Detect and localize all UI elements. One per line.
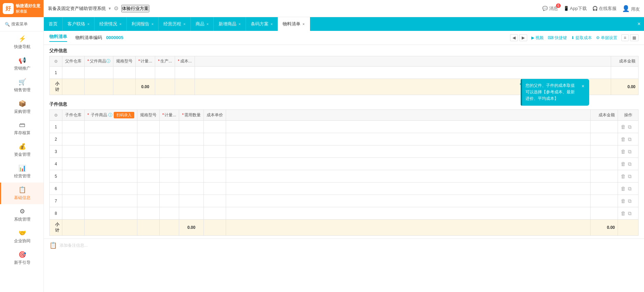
child-row-unit-price-2[interactable] — [204, 133, 226, 145]
sidebar-item-newbie[interactable]: 🎯 新手引导 — [0, 247, 44, 269]
child-row-warehouse-4[interactable] — [62, 158, 85, 170]
child-row-qty-7[interactable] — [179, 195, 204, 207]
tab-profit-report[interactable]: 利润报告 × — [127, 17, 159, 31]
child-row-warehouse-1[interactable] — [62, 121, 85, 133]
view-grid-button[interactable]: ▦ — [630, 34, 639, 41]
delete-icon-7[interactable]: 🗑 — [621, 198, 626, 204]
settings-icon[interactable]: ⚙ — [114, 5, 119, 12]
child-row-warehouse-8[interactable] — [62, 207, 85, 220]
search-menu-button[interactable]: 🔍 搜索菜单 — [3, 20, 41, 28]
child-row-spec-7[interactable] — [137, 195, 159, 207]
child-row-unit-2[interactable] — [159, 133, 179, 145]
single-settings-action[interactable]: ⚙ 单据设置 — [596, 35, 617, 41]
child-row-unit-6[interactable] — [159, 183, 179, 195]
child-row-unit-price-4[interactable] — [204, 158, 226, 170]
child-row-product-2[interactable] — [85, 133, 137, 145]
child-row-unit-price-5[interactable] — [204, 170, 226, 183]
sidebar-item-system[interactable]: ⚙ 系统管理 — [0, 204, 44, 226]
close-all-tabs-button[interactable]: × — [634, 21, 644, 27]
tab-new-goods[interactable]: 新增商品 × — [214, 17, 246, 31]
child-row-qty-5[interactable] — [179, 170, 204, 183]
child-row-unit-8[interactable] — [159, 207, 179, 220]
copy-icon-4[interactable]: ⧉ — [628, 161, 632, 167]
child-row-warehouse-3[interactable] — [62, 145, 85, 158]
tab-goods[interactable]: 商品 × — [191, 17, 214, 31]
delete-icon-2[interactable]: 🗑 — [621, 136, 626, 142]
copy-icon-2[interactable]: ⧉ — [628, 136, 632, 142]
view-list-button[interactable]: ≡ — [621, 34, 629, 41]
delete-icon-4[interactable]: 🗑 — [621, 161, 626, 167]
parent-row-unit[interactable] — [135, 67, 155, 79]
parent-row-produce[interactable] — [155, 67, 175, 79]
user-area[interactable]: 👤 用友 — [622, 5, 640, 12]
child-row-qty-1[interactable] — [179, 121, 204, 133]
child-row-spec-6[interactable] — [137, 183, 159, 195]
copy-icon-3[interactable]: ⧉ — [628, 149, 632, 155]
delete-icon-8[interactable]: 🗑 — [621, 210, 626, 216]
tab-customer[interactable]: 客户联络 × — [63, 17, 95, 31]
app-download-area[interactable]: 📱 App下载 — [564, 5, 587, 12]
child-row-warehouse-2[interactable] — [62, 133, 85, 145]
tab-home[interactable]: 首页 — [44, 17, 63, 31]
tab-close-bom[interactable]: × — [302, 22, 305, 26]
tab-close-profit[interactable]: × — [151, 22, 153, 26]
sidebar-item-basic-info[interactable]: 📋 基础信息 — [0, 183, 44, 204]
child-row-spec-8[interactable] — [137, 207, 159, 220]
child-row-unit-price-8[interactable] — [204, 207, 226, 220]
child-col-settings[interactable]: ⚙ — [50, 110, 62, 121]
parent-row-cost[interactable] — [175, 67, 195, 79]
extract-cost-action[interactable]: ⬇ 提取成本 — [571, 35, 592, 41]
sidebar-item-operations[interactable]: 📊 经营管理 — [0, 161, 44, 183]
child-row-product-3[interactable] — [85, 145, 137, 158]
scan-input-button[interactable]: 扫码录入 — [114, 112, 134, 118]
tab-close-goods[interactable]: × — [207, 22, 209, 26]
child-row-unit-price-7[interactable] — [204, 195, 226, 207]
delete-icon-5[interactable]: 🗑 — [621, 173, 626, 179]
tab-close-customer[interactable]: × — [87, 22, 89, 26]
tab-ops-history[interactable]: 经营历程 × — [159, 17, 190, 31]
child-row-product-8[interactable] — [85, 207, 137, 220]
nav-next-button[interactable]: ▶ — [519, 34, 527, 41]
delete-icon-6[interactable]: 🗑 — [621, 186, 626, 191]
view-action[interactable]: ▶ 视频 — [531, 35, 544, 41]
copy-icon-7[interactable]: ⧉ — [628, 198, 632, 204]
sidebar-item-marketing[interactable]: 📢 营销推广 — [0, 53, 44, 75]
child-row-spec-5[interactable] — [137, 170, 159, 183]
child-row-qty-6[interactable] — [179, 183, 204, 195]
shortcut-action[interactable]: ⌨ 快捷键 — [548, 35, 567, 41]
child-row-qty-4[interactable] — [179, 158, 204, 170]
copy-icon-6[interactable]: ⧉ — [628, 186, 632, 192]
sidebar-item-quick-nav[interactable]: ⚡ 快捷导航 — [0, 32, 44, 53]
nav-prev-button[interactable]: ◀ — [510, 34, 518, 41]
tab-operations-status[interactable]: 经营情况 × — [95, 17, 126, 31]
child-row-unit-price-1[interactable] — [204, 121, 226, 133]
child-row-spec-4[interactable] — [137, 158, 159, 170]
child-row-warehouse-7[interactable] — [62, 195, 85, 207]
parent-row-product[interactable] — [85, 67, 113, 79]
child-row-spec-1[interactable] — [137, 121, 159, 133]
sub-tab-bom[interactable]: 物料清单 — [49, 34, 67, 42]
experience-button[interactable]: 体验行业方案 — [121, 5, 149, 12]
copy-icon-8[interactable]: ⧉ — [628, 210, 632, 217]
copy-icon-5[interactable]: ⧉ — [628, 173, 632, 179]
child-row-unit-4[interactable] — [159, 158, 179, 170]
child-row-product-6[interactable] — [85, 183, 137, 195]
tab-close-new-goods[interactable]: × — [238, 22, 240, 26]
child-row-unit-price-6[interactable] — [204, 183, 226, 195]
sidebar-item-sales[interactable]: 🛒 销售管理 — [0, 75, 44, 96]
note-text[interactable]: 添加备注信息... — [60, 243, 88, 248]
copy-icon-1[interactable]: ⧉ — [628, 124, 632, 130]
child-row-spec-2[interactable] — [137, 133, 159, 145]
tab-close-history[interactable]: × — [183, 22, 185, 26]
child-row-spec-3[interactable] — [137, 145, 159, 158]
online-service-area[interactable]: 🎧 在线客服 — [592, 5, 617, 12]
child-row-unit-7[interactable] — [159, 195, 179, 207]
child-row-qty-2[interactable] — [179, 133, 204, 145]
delete-icon-3[interactable]: 🗑 — [621, 149, 626, 154]
child-row-product-7[interactable] — [85, 195, 137, 207]
child-row-unit-price-3[interactable] — [204, 145, 226, 158]
child-row-product-5[interactable] — [85, 170, 137, 183]
tab-close-barcode[interactable]: × — [271, 22, 273, 26]
tab-close-ops[interactable]: × — [119, 22, 121, 26]
parent-col-settings[interactable]: ⚙ — [50, 56, 62, 67]
